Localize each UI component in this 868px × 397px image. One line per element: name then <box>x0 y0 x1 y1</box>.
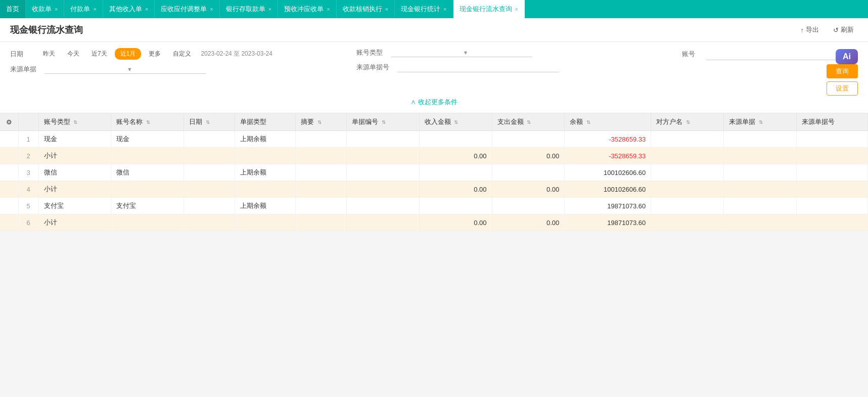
date-opt-custom[interactable]: 自定义 <box>168 48 196 60</box>
col-date[interactable]: 日期 ⇅ <box>184 113 235 131</box>
row-expense: 0.00 <box>492 214 565 231</box>
col-doc-type[interactable]: 单据类型 <box>235 113 296 131</box>
row-income: 0.00 <box>419 181 492 198</box>
export-button[interactable]: ↑ 导出 <box>797 23 824 36</box>
row-source-doc-no <box>796 148 867 164</box>
row-date <box>184 214 235 231</box>
col-income[interactable]: 收入金额 ⇅ <box>419 113 492 131</box>
refresh-button[interactable]: ↺ 刷新 <box>829 23 858 36</box>
row-income <box>419 131 492 148</box>
refresh-icon: ↺ <box>833 26 839 34</box>
row-doc-type <box>235 214 296 231</box>
col-account-name[interactable]: 账号名称 ⇅ <box>111 113 184 131</box>
row-seq: 3 <box>18 164 38 181</box>
row-counterpart <box>651 181 724 198</box>
settings-button[interactable]: 设置 <box>827 81 858 96</box>
row-doc-no <box>347 214 420 231</box>
sort-balance-icon: ⇅ <box>586 119 590 125</box>
nav-cash-flow[interactable]: 现金银行流水查询 × <box>453 0 525 18</box>
row-account-type: 微信 <box>38 164 111 181</box>
header-actions: ↑ 导出 ↺ 刷新 <box>797 23 858 36</box>
col-account-type[interactable]: 账号类型 ⇅ <box>38 113 111 131</box>
nav-prepay-close[interactable]: × <box>327 6 330 12</box>
row-counterpart <box>651 131 724 148</box>
nav-payment-close[interactable]: × <box>93 6 96 12</box>
account-input[interactable] <box>706 49 847 59</box>
nav-home[interactable]: 首页 <box>0 0 26 18</box>
row-account-type: 小计 <box>38 214 111 231</box>
nav-adjustment[interactable]: 应收应付调整单 × <box>155 0 219 18</box>
nav-receipt[interactable]: 收款单 × <box>26 0 64 18</box>
nav-bank-deposit-label: 银行存取款单 <box>226 5 265 14</box>
nav-bank-deposit[interactable]: 银行存取款单 × <box>220 0 278 18</box>
nav-payment-label: 付款单 <box>70 5 90 14</box>
account-type-select[interactable]: ▼ <box>391 49 532 57</box>
row-source-doc <box>723 214 796 231</box>
row-source-doc-no <box>796 181 867 198</box>
query-button[interactable]: 查询 <box>827 64 858 78</box>
source-doc-no-input[interactable] <box>397 62 559 72</box>
row-counterpart <box>651 198 724 214</box>
row-summary <box>295 198 346 214</box>
nav-other-income-close[interactable]: × <box>145 6 148 12</box>
row-account-type: 现金 <box>38 131 111 148</box>
date-opt-today[interactable]: 今天 <box>63 48 84 60</box>
nav-cash-stat-close[interactable]: × <box>443 6 446 12</box>
nav-bank-deposit-close[interactable]: × <box>268 6 271 12</box>
row-date <box>184 131 235 148</box>
nav-adjustment-close[interactable]: × <box>210 6 213 12</box>
row-doc-type: 上期余额 <box>235 164 296 181</box>
date-opt-1month[interactable]: 近1月 <box>115 48 142 60</box>
collapse-bar[interactable]: ∧ 收起更多条件 <box>10 96 858 109</box>
row-gear-cell <box>0 198 18 214</box>
col-source-doc-no[interactable]: 来源单据号 <box>796 113 867 131</box>
row-doc-no <box>347 148 420 164</box>
nav-prepay[interactable]: 预收冲应收单 × <box>278 0 336 18</box>
row-doc-no <box>347 131 420 148</box>
nav-write-off[interactable]: 收款核销执行 × <box>337 0 395 18</box>
row-expense: 0.00 <box>492 181 565 198</box>
sort-date-icon: ⇅ <box>206 119 210 125</box>
filter-area: 日期 昨天 今天 近7天 近1月 更多 自定义 2023-02-24 至 202… <box>0 42 868 113</box>
source-doc-label: 来源单据 <box>10 65 36 74</box>
row-seq: 2 <box>18 148 38 164</box>
row-balance: -3528659.33 <box>565 131 651 148</box>
date-opt-yesterday[interactable]: 昨天 <box>38 48 60 60</box>
row-summary <box>295 214 346 231</box>
row-source-doc <box>723 131 796 148</box>
table-row: 6 小计 0.00 0.00 19871073.60 <box>0 214 868 231</box>
row-account-name <box>111 181 184 198</box>
gear-icon[interactable]: ⚙ <box>6 118 12 126</box>
source-doc-select[interactable]: ▼ <box>44 65 206 74</box>
col-doc-no[interactable]: 单据编号 ⇅ <box>347 113 420 131</box>
row-gear-cell <box>0 131 18 148</box>
row-seq: 1 <box>18 131 38 148</box>
filter-row-source: 来源单据 ▼ <box>10 65 326 74</box>
row-gear-cell <box>0 214 18 231</box>
row-income: 0.00 <box>419 148 492 164</box>
row-balance: 100102606.60 <box>565 164 651 181</box>
date-opt-more[interactable]: 更多 <box>144 48 165 60</box>
page-header: 现金银行流水查询 ↑ 导出 ↺ 刷新 <box>0 18 868 42</box>
col-source-doc[interactable]: 来源单据 ⇅ <box>723 113 796 131</box>
ai-badge[interactable]: Ai <box>836 49 858 64</box>
nav-cash-stat[interactable]: 现金银行统计 × <box>395 0 453 18</box>
sort-summary-icon: ⇅ <box>317 119 322 125</box>
row-balance: -3528659.33 <box>565 148 651 164</box>
col-expense[interactable]: 支出金额 ⇅ <box>492 113 565 131</box>
row-account-name: 现金 <box>111 131 184 148</box>
col-counterpart[interactable]: 对方户名 ⇅ <box>651 113 724 131</box>
nav-payment[interactable]: 付款单 × <box>64 0 103 18</box>
date-opt-7days[interactable]: 近7天 <box>87 48 112 60</box>
row-seq: 5 <box>18 198 38 214</box>
nav-receipt-close[interactable]: × <box>55 6 58 12</box>
row-doc-no <box>347 181 420 198</box>
nav-cash-flow-close[interactable]: × <box>515 6 518 12</box>
col-summary[interactable]: 摘要 ⇅ <box>295 113 346 131</box>
nav-other-income-label: 其他收入单 <box>109 5 142 14</box>
nav-write-off-close[interactable]: × <box>385 6 388 12</box>
table-container: ⚙ 账号类型 ⇅ 账号名称 ⇅ 日期 ⇅ 单据类型 摘要 ⇅ 单据编号 ⇅ 收入… <box>0 113 868 231</box>
col-balance[interactable]: 余额 ⇅ <box>565 113 651 131</box>
row-gear-cell <box>0 181 18 198</box>
nav-other-income[interactable]: 其他收入单 × <box>103 0 155 18</box>
